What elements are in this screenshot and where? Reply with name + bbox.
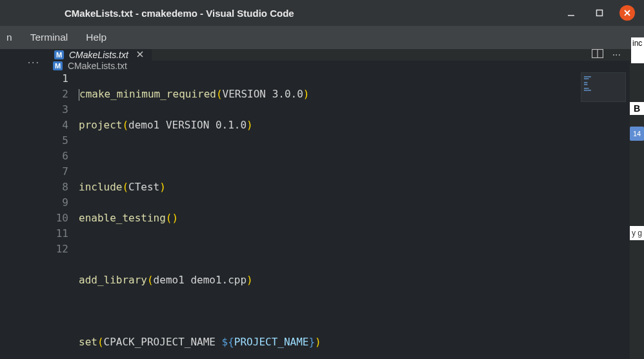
tab-close-icon[interactable] bbox=[136, 50, 144, 60]
svg-rect-1 bbox=[597, 10, 603, 16]
window-title: CMakeLists.txt - cmakedemo - Visual Stud… bbox=[65, 8, 294, 19]
line-number: 9 bbox=[46, 195, 68, 210]
background-fragment: y g bbox=[630, 226, 644, 240]
breadcrumb[interactable]: M CMakeLists.txt bbox=[46, 61, 630, 71]
line-number: 10 bbox=[46, 210, 68, 226]
line-number: 5 bbox=[46, 133, 68, 149]
minimap[interactable]: ▄▄▄▄▄▄▄▄▄▄▄▄▄▄▄▄▄▄▄▄▄▄▄▄▄▄ bbox=[581, 72, 626, 102]
tab-label: CMakeLists.txt bbox=[69, 50, 128, 60]
split-editor-icon[interactable] bbox=[592, 49, 603, 61]
breadcrumb-label: CMakeLists.txt bbox=[68, 61, 127, 71]
background-fragment: 14 bbox=[630, 127, 644, 141]
line-number: 7 bbox=[46, 164, 68, 180]
open-editors-gutter: ··· bbox=[0, 49, 46, 359]
code-content[interactable]: cmake_minimum_required(VERSION 3.0.0) pr… bbox=[79, 71, 630, 359]
title-bar: CMakeLists.txt - cmakedemo - Visual Stud… bbox=[0, 0, 644, 26]
line-number: 8 bbox=[46, 180, 68, 195]
menu-item-help[interactable]: Help bbox=[81, 29, 112, 46]
line-number: 4 bbox=[46, 118, 68, 133]
file-icon: M bbox=[53, 61, 63, 70]
maximize-button[interactable] bbox=[591, 5, 608, 21]
background-fragment: B bbox=[630, 102, 644, 115]
tab-bar: M CMakeLists.txt ··· bbox=[46, 49, 630, 61]
line-number: 2 bbox=[46, 87, 68, 102]
editor-region: ··· M CMakeLists.txt ··· M CMakeLists.tx… bbox=[0, 49, 630, 359]
line-number: 3 bbox=[46, 102, 68, 118]
line-number: 6 bbox=[46, 149, 68, 164]
menu-item-terminal[interactable]: Terminal bbox=[25, 29, 74, 46]
close-button[interactable] bbox=[619, 5, 635, 21]
line-number: 1 bbox=[46, 71, 68, 87]
line-number-gutter: 1 2 3 4 5 6 7 8 9 10 11 12 bbox=[46, 71, 79, 359]
line-number: 11 bbox=[46, 226, 68, 241]
file-icon: M bbox=[54, 50, 64, 59]
minimize-button[interactable] bbox=[563, 5, 579, 21]
background-fragment: inc bbox=[631, 37, 644, 63]
code-editor[interactable]: 1 2 3 4 5 6 7 8 9 10 11 12 cmake_minimum… bbox=[46, 71, 630, 359]
line-number: 12 bbox=[46, 241, 68, 257]
menu-item-run-fragment[interactable]: n bbox=[1, 29, 17, 46]
editor-more-icon[interactable]: ··· bbox=[612, 49, 621, 61]
menu-bar: n Terminal Help bbox=[0, 26, 644, 49]
more-icon[interactable]: ··· bbox=[28, 57, 40, 359]
tab-cmakelists[interactable]: M CMakeLists.txt bbox=[46, 49, 152, 61]
